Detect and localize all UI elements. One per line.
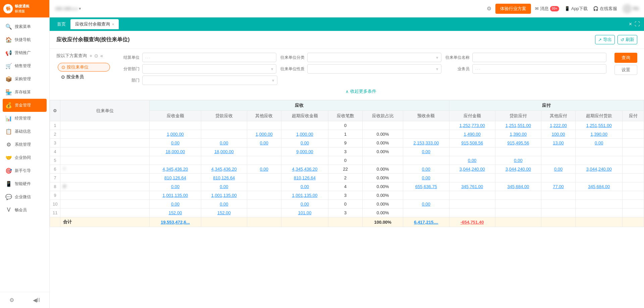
tab-home[interactable]: 首页: [54, 19, 69, 29]
cell-pay_amount[interactable]: 915,508.56: [449, 139, 495, 147]
tab-receivable-query[interactable]: 应收应付余额查询 ×: [70, 19, 119, 29]
sidebar-item-purchase[interactable]: 📦采购管理: [0, 73, 49, 86]
sidebar-item-marketing[interactable]: 📢营销推广: [0, 46, 49, 59]
sidebar-item-finance[interactable]: 💰资金管理: [3, 99, 47, 112]
cell-overdue_recv[interactable]: 810,126.64: [281, 174, 328, 182]
cell-prepaid_bal[interactable]: 0.00: [403, 174, 449, 182]
managing-dept-input[interactable]: ▾: [142, 64, 276, 74]
window-close-icon[interactable]: ×: [629, 21, 632, 27]
online-service-action[interactable]: 🎧 在线客服: [593, 6, 617, 12]
cell-overdue_pay[interactable]: 1,251,551.00: [576, 121, 623, 130]
cell-pay_amount[interactable]: 345,761.00: [449, 182, 495, 191]
app-download-action[interactable]: 📱 App下载: [565, 6, 588, 12]
cell-loan_recv[interactable]: 810,126.64: [201, 174, 247, 182]
cell-recv_amount[interactable]: 18,000.00: [150, 147, 201, 156]
export-button[interactable]: ↗ 导出: [595, 35, 615, 44]
sidebar-item-smart[interactable]: 📱智能硬件: [0, 177, 49, 190]
cell-prepaid_bal[interactable]: 2,153,333.00: [403, 139, 449, 147]
filter-settings-icon[interactable]: ⊙: [94, 53, 98, 58]
salesperson-input[interactable]: ···: [472, 64, 606, 74]
col-settings[interactable]: ⚙: [50, 100, 60, 121]
cell-recv_amount[interactable]: 810,126.64: [150, 174, 201, 182]
window-expand-icon[interactable]: ⛶: [635, 21, 640, 27]
cell-other_recv[interactable]: 0.00: [247, 139, 281, 147]
cell-recv_amount[interactable]: 4,345,436.20: [150, 165, 201, 174]
unit-category-input[interactable]: ▾: [307, 53, 441, 62]
cell-loan_pay[interactable]: 3,044,240.00: [495, 165, 541, 174]
department-input[interactable]: ▾: [142, 76, 277, 85]
sidebar-item-wechat[interactable]: 💬企业微信: [0, 190, 49, 204]
query-button[interactable]: 查询: [614, 53, 637, 63]
filter-add-icon[interactable]: +: [90, 53, 92, 58]
cell-loan_recv[interactable]: 152.00: [201, 209, 247, 217]
cell-other_recv[interactable]: 1,000.00: [247, 130, 281, 139]
filter-option-by-unit[interactable]: ⊙ 按往来单位: [58, 63, 110, 72]
message-action[interactable]: ✉ 消息 99+: [535, 6, 559, 12]
cell-loan_pay[interactable]: 345,684.00: [495, 182, 541, 191]
cell-overdue_pay[interactable]: 345,684.00: [576, 182, 623, 191]
unit-nature-input[interactable]: ▾: [307, 64, 441, 74]
cell-loan_recv[interactable]: 1,001,135.00: [201, 191, 247, 200]
cell-overdue_recv[interactable]: 101.00: [281, 209, 328, 217]
cell-overdue_recv[interactable]: 0.00: [281, 200, 328, 209]
sidebar-item-basic[interactable]: 📋基础信息: [0, 125, 49, 138]
cell-overdue_pay[interactable]: 3,044,240.00: [576, 165, 623, 174]
cell-loan_pay[interactable]: 0.00: [495, 156, 541, 165]
filter-option-by-staff[interactable]: ⊙ 按业务员: [58, 73, 110, 81]
cell-loan_recv[interactable]: 4,345,436.20: [201, 165, 247, 174]
breadcrumb-caret[interactable]: ▾: [79, 6, 81, 11]
sidebar-item-inventory[interactable]: 🏪库存核算: [0, 86, 49, 99]
cell-prepaid_bal[interactable]: 0.00: [403, 165, 449, 174]
tab-close-icon[interactable]: ×: [112, 22, 114, 26]
refresh-button[interactable]: ↺ 刷新: [618, 35, 637, 44]
cell-loan_recv[interactable]: 0.00: [201, 200, 247, 209]
summary-recv-amount[interactable]: 19,553,472,6...: [150, 217, 201, 227]
cell-prepaid_bal[interactable]: 0.00: [403, 147, 449, 156]
unit-name-input[interactable]: [472, 53, 606, 62]
sidebar-item-enterprise[interactable]: 🤝企业协同: [0, 151, 49, 164]
sidebar-item-sales[interactable]: 🛒销售管理: [0, 59, 49, 73]
filter-collapse-icon[interactable]: «: [100, 53, 103, 58]
sidebar-item-member[interactable]: V畅会员: [0, 204, 49, 216]
cell-overdue_recv[interactable]: 1,000.00: [281, 130, 328, 139]
cell-other_pay[interactable]: 1,222.00: [541, 121, 576, 130]
summary-pay-amount[interactable]: -654,751.40: [449, 217, 495, 227]
cell-overdue_recv[interactable]: 0.00: [281, 182, 328, 191]
header-settings-icon[interactable]: ⚙: [487, 5, 491, 12]
filter-collapse-button[interactable]: ∧ 收起更多条件: [345, 88, 376, 94]
cell-loan_recv[interactable]: 18,000.00: [201, 147, 247, 156]
cell-pay_amount[interactable]: 3,044,240.00: [449, 165, 495, 174]
cell-other_pay[interactable]: 100.00: [541, 130, 576, 139]
summary-prepaid-bal[interactable]: 6,417,215....: [403, 217, 449, 227]
cell-recv_amount[interactable]: 0.00: [150, 182, 201, 191]
sidebar-settings-icon[interactable]: ⚙: [7, 295, 16, 305]
cell-loan_recv[interactable]: 0.00: [201, 139, 247, 147]
promo-button[interactable]: 体验行业方案: [495, 4, 531, 14]
sidebar-item-system[interactable]: ⚙系统管理: [0, 138, 49, 151]
cell-overdue_pay[interactable]: 0.00: [576, 139, 623, 147]
sidebar-item-guide[interactable]: 🎯新手引导: [0, 164, 49, 177]
cell-other_pay[interactable]: 0.00: [541, 165, 576, 174]
settlement-unit-input[interactable]: ···: [142, 53, 276, 62]
cell-overdue_recv[interactable]: 4,345,436.20: [281, 165, 328, 174]
cell-other_pay[interactable]: 13.00: [541, 139, 576, 147]
sidebar-item-quicknav[interactable]: 🏠快捷导航: [0, 33, 49, 46]
sidebar-item-search[interactable]: 🔍搜索菜单: [0, 20, 49, 33]
sidebar-item-operations[interactable]: 📊经营管理: [0, 112, 49, 125]
cell-other_pay[interactable]: 77.00: [541, 182, 576, 191]
cell-loan_pay[interactable]: 1,390.00: [495, 130, 541, 139]
cell-overdue_recv[interactable]: 1,001,135.00: [281, 191, 328, 200]
cell-recv_amount[interactable]: 0.00: [150, 200, 201, 209]
cell-recv_amount[interactable]: 1,001,135.00: [150, 191, 201, 200]
cell-other_recv[interactable]: 0.00: [247, 165, 281, 174]
cell-prepaid_bal[interactable]: 0.00: [403, 200, 449, 209]
cell-recv_amount[interactable]: 0.00: [150, 139, 201, 147]
cell-recv_amount[interactable]: 1,000.00: [150, 130, 201, 139]
cell-overdue_pay[interactable]: 1,390.00: [576, 130, 623, 139]
sidebar-collapse-icon[interactable]: ◀II: [31, 295, 42, 305]
cell-pay_amount[interactable]: 0.00: [449, 156, 495, 165]
cell-loan_pay[interactable]: 915,495.56: [495, 139, 541, 147]
cell-pay_amount[interactable]: 1,490.00: [449, 130, 495, 139]
cell-overdue_recv[interactable]: 9,000.00: [281, 147, 328, 156]
user-area[interactable]: Rit: [623, 4, 639, 13]
